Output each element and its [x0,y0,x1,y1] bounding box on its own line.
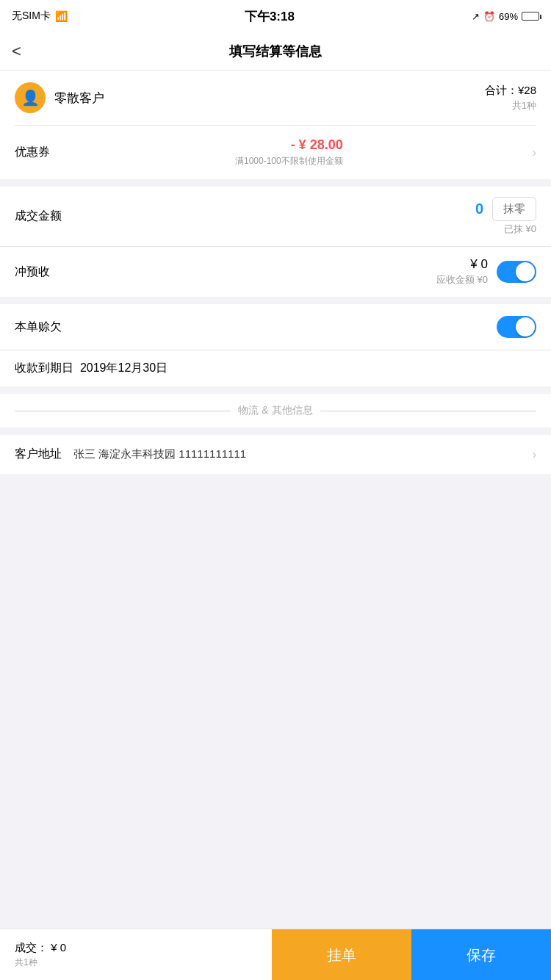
transaction-amount: ¥ 0 [51,941,66,954]
customer-info: 👤 零散客户 [15,82,104,113]
prepay-label: 冲预收 [15,264,50,280]
battery-text: 69% [499,11,518,22]
coupon-right: - ¥ 28.00 满1000-100不限制使用金额 [235,137,343,167]
logistics-section: 物流 & 其他信息 [0,394,551,428]
debt-toggle-knob [516,317,535,336]
avatar: 👤 [15,82,46,113]
debt-label: 本单赊欠 [15,320,62,335]
due-label: 收款到期日 [15,361,73,374]
customer-row: 👤 零散客户 合计：¥28 共1种 [0,71,551,125]
signal-text: 无SIM卡 [12,10,51,23]
wifi-icon: 📶 [55,10,68,22]
customer-card: 👤 零散客户 合计：¥28 共1种 优惠券 - ¥ 28.00 满1000-10… [0,71,551,179]
alarm-icon: ⏰ [483,11,495,22]
prepay-amount-col: ¥ 0 应收金额 ¥0 [436,257,488,287]
back-button[interactable]: < [12,42,21,61]
divider-line-left [15,411,231,411]
transaction-label: 成交： [15,941,48,954]
amount-label: 成交金额 [15,209,62,224]
address-section: 客户地址 张三 海淀永丰科技园 11111111111 › [0,435,551,474]
debt-row: 本单赊欠 [0,304,551,350]
bottom-count: 共1种 [15,956,257,969]
prepay-amount: ¥ 0 [436,257,488,272]
divider-line-right [320,411,536,411]
address-row[interactable]: 客户地址 张三 海淀永丰科技园 11111111111 › [0,435,551,474]
customer-totals: 合计：¥28 共1种 [485,84,536,112]
rounded-text: 已抹 ¥0 [504,223,536,236]
status-left: 无SIM卡 📶 [12,10,68,23]
nav-bar: < 填写结算等信息 [0,32,551,71]
prepay-toggle[interactable] [497,261,536,283]
status-right: ↗ ⏰ 69% [472,11,539,22]
debt-toggle[interactable] [497,316,536,338]
customer-name: 零散客户 [54,90,104,107]
round-button[interactable]: 抹零 [492,197,536,221]
chevron-right-icon: › [533,146,536,159]
suspend-button[interactable]: 挂单 [272,929,411,980]
debt-section: 本单赊欠 收款到期日 2019年12月30日 [0,304,551,386]
total-amount: 合计：¥28 [485,84,536,98]
amount-value: 0 [475,201,483,217]
address-value: 张三 海淀永丰科技园 11111111111 [73,447,528,461]
total-count: 共1种 [485,99,536,112]
due-date-value: 2019年12月30日 [80,361,168,374]
transaction-section: 成交金额 0 抹零 已抹 ¥0 冲预收 ¥ 0 应收金额 ¥0 [0,187,551,297]
coupon-discount: - ¥ 28.00 [235,137,343,153]
page-title: 填写结算等信息 [229,43,322,60]
prepay-right: ¥ 0 应收金额 ¥0 [436,257,536,287]
logistics-divider: 物流 & 其他信息 [0,394,551,428]
address-label: 客户地址 [15,447,62,462]
avatar-icon: 👤 [21,89,40,107]
address-chevron-icon: › [533,448,536,461]
bottom-summary: 成交： ¥ 0 共1种 [0,929,272,980]
status-bar: 无SIM卡 📶 下午3:18 ↗ ⏰ 69% [0,0,551,32]
save-button[interactable]: 保存 [411,929,551,980]
coupon-row[interactable]: 优惠券 - ¥ 28.00 满1000-100不限制使用金额 › [0,126,551,179]
amount-row: 成交金额 0 抹零 已抹 ¥0 [0,187,551,246]
content: 👤 零散客户 合计：¥28 共1种 优惠券 - ¥ 28.00 满1000-10… [0,71,551,628]
address-right: › [528,448,536,461]
logistics-label: 物流 & 其他信息 [238,404,312,417]
status-time: 下午3:18 [245,8,295,25]
location-icon: ↗ [472,11,480,22]
due-date-row: 收款到期日 2019年12月30日 [0,350,551,386]
coupon-label: 优惠券 [15,145,50,160]
empty-space [0,481,551,628]
due-date-label: 收款到期日 2019年12月30日 [15,361,168,374]
prepay-receivable: 应收金额 ¥0 [436,273,488,287]
bottom-transaction: 成交： ¥ 0 [15,941,257,955]
battery-icon [522,12,539,21]
bottom-bar: 成交： ¥ 0 共1种 挂单 保存 [0,929,551,980]
prepay-row: 冲预收 ¥ 0 应收金额 ¥0 [0,246,551,297]
amount-right: 0 抹零 [475,197,536,221]
toggle-knob [516,262,535,281]
coupon-description: 满1000-100不限制使用金额 [235,155,343,167]
